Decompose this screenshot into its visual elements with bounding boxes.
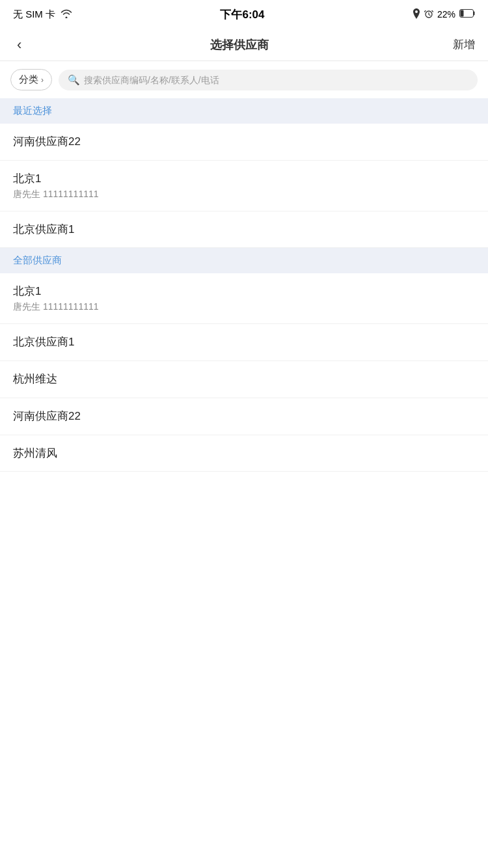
item-name: 北京供应商1 (13, 334, 475, 350)
list-item[interactable]: 北京供应商1 (0, 211, 488, 249)
list-item[interactable]: 苏州清风 (0, 435, 488, 472)
list-item[interactable]: 北京1唐先生 11111111111 (0, 273, 488, 324)
recent-section-label: 最近选择 (13, 105, 52, 116)
all-list: 北京1唐先生 11111111111北京供应商1杭州维达河南供应商22苏州清风 (0, 273, 488, 472)
all-section-label: 全部供应商 (13, 254, 62, 265)
status-bar: 无 SIM 卡 下午6:04 22% (0, 0, 488, 29)
search-icon: 🔍 (68, 74, 80, 86)
status-left: 无 SIM 卡 (13, 8, 72, 21)
alarm-icon (424, 9, 433, 20)
location-icon (413, 8, 420, 21)
search-input[interactable] (84, 75, 468, 85)
item-name: 苏州清风 (13, 446, 475, 461)
item-name: 杭州维达 (13, 372, 475, 387)
recent-list: 河南供应商22北京1唐先生 11111111111北京供应商1 (0, 124, 488, 248)
back-button[interactable]: ‹ (13, 33, 25, 57)
category-label: 分类 (19, 74, 38, 86)
list-item[interactable]: 河南供应商22 (0, 124, 488, 161)
page-title: 选择供应商 (210, 37, 269, 53)
battery-text: 22% (437, 9, 455, 20)
list-item[interactable]: 河南供应商22 (0, 398, 488, 435)
search-box: 🔍 (59, 70, 478, 90)
status-time: 下午6:04 (220, 7, 264, 22)
list-item[interactable]: 杭州维达 (0, 361, 488, 398)
svg-rect-3 (460, 10, 463, 17)
filter-bar: 分类 › 🔍 (0, 61, 488, 98)
wifi-icon (61, 9, 72, 20)
all-section-header: 全部供应商 (0, 248, 488, 273)
item-sub: 唐先生 11111111111 (13, 301, 475, 313)
item-name: 河南供应商22 (13, 134, 475, 150)
item-name: 北京1 (13, 284, 475, 299)
battery-icon (459, 9, 475, 20)
status-right: 22% (413, 8, 475, 21)
item-name: 河南供应商22 (13, 409, 475, 424)
list-item[interactable]: 北京1唐先生 11111111111 (0, 161, 488, 211)
nav-bar: ‹ 选择供应商 新增 (0, 29, 488, 61)
carrier-text: 无 SIM 卡 (13, 8, 55, 21)
list-item[interactable]: 北京供应商1 (0, 324, 488, 361)
add-button[interactable]: 新增 (453, 37, 475, 52)
item-name: 北京1 (13, 171, 475, 187)
svg-rect-2 (473, 12, 474, 16)
chevron-right-icon: › (41, 75, 44, 85)
item-sub: 唐先生 11111111111 (13, 189, 475, 200)
category-button[interactable]: 分类 › (10, 69, 52, 90)
recent-section-header: 最近选择 (0, 98, 488, 124)
item-name: 北京供应商1 (13, 222, 475, 237)
